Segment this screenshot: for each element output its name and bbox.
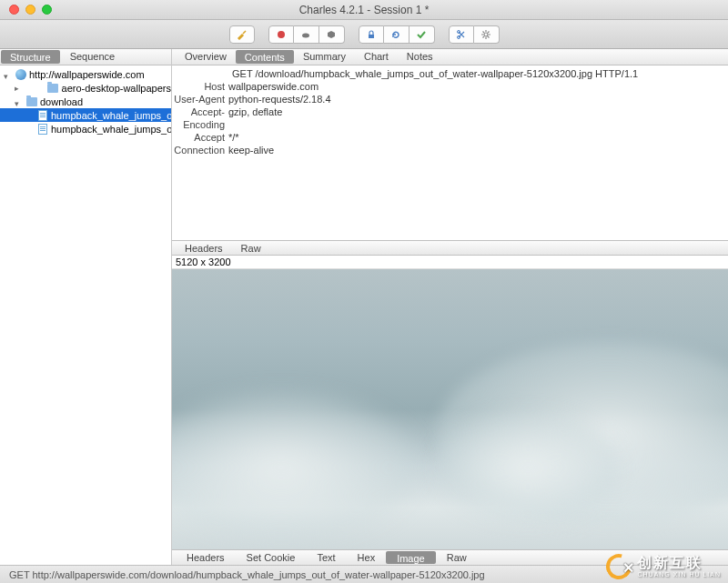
gear-icon	[480, 29, 491, 40]
header-key: User-Agent	[172, 93, 228, 106]
turtle-icon	[300, 29, 311, 40]
tree-item[interactable]: humpback_whale_jumps_out_of_wat	[0, 122, 171, 136]
titlebar: Charles 4.2.1 - Session 1 *	[0, 0, 728, 20]
check-icon	[416, 29, 427, 40]
file-icon	[36, 109, 48, 121]
subtab-image[interactable]: Image	[386, 551, 436, 564]
subtab-text[interactable]: Text	[306, 550, 346, 565]
cloud-decoration	[172, 395, 418, 540]
folder-icon	[47, 82, 59, 94]
close-window-button[interactable]	[9, 5, 19, 15]
tree: http://wallpaperswide.com aero-desktop-w…	[0, 65, 171, 136]
zoom-window-button[interactable]	[42, 5, 52, 15]
watermark: ✕ 创新互联 CHUANG XIN HU LIAN	[606, 554, 721, 579]
view-tabs: Overview Contents Summary Chart Notes	[172, 49, 728, 65]
svg-rect-3	[369, 35, 374, 38]
folder-icon	[25, 95, 37, 107]
record-button[interactable]	[268, 25, 294, 44]
broom-icon	[237, 29, 248, 40]
tab-contents[interactable]: Contents	[236, 50, 294, 64]
svg-point-6	[484, 33, 488, 36]
scissors-icon	[456, 29, 467, 40]
sidebar-tabs: Structure Sequence	[0, 49, 171, 65]
request-headers: GET /download/humpback_whale_jumps_out_o…	[172, 65, 728, 158]
tree-folder[interactable]: download	[0, 95, 171, 108]
header-key: Host	[172, 80, 228, 93]
tab-overview[interactable]: Overview	[176, 49, 236, 65]
tab-chart[interactable]: Chart	[355, 49, 398, 65]
watermark-logo-icon: ✕	[606, 554, 632, 579]
status-text: GET http://wallpaperswide.com/download/h…	[9, 569, 485, 580]
tools-button[interactable]	[449, 25, 474, 44]
header-key: Accept	[172, 131, 228, 144]
image-dimensions: 5120 x 3200	[172, 256, 728, 269]
header-key: Connection	[172, 144, 228, 156]
validate-button[interactable]	[410, 25, 435, 44]
subtab-raw[interactable]: Raw	[436, 550, 478, 565]
svg-marker-2	[328, 31, 335, 38]
header-value: keep-alive	[228, 144, 728, 156]
window-controls	[0, 5, 52, 15]
clear-button[interactable]	[229, 25, 255, 44]
hexagon-icon	[326, 29, 337, 40]
tree-item-selected[interactable]: humpback_whale_jumps_out_of_	[0, 108, 171, 122]
header-value: gzip, deflate	[228, 106, 728, 131]
minimize-window-button[interactable]	[25, 5, 35, 15]
file-icon	[36, 123, 48, 135]
svg-point-1	[302, 33, 309, 37]
lock-icon	[366, 29, 377, 40]
header-value: */*	[228, 131, 728, 144]
watermark-text-cn: 创新互联	[637, 555, 721, 571]
toolbar	[0, 20, 728, 49]
tab-notes[interactable]: Notes	[398, 49, 442, 65]
sidebar: Structure Sequence http://wallpaperswide…	[0, 49, 172, 565]
request-line: GET /download/humpback_whale_jumps_out_o…	[172, 67, 728, 80]
record-icon	[276, 29, 287, 40]
disclosure-icon[interactable]	[15, 84, 45, 92]
content-panel: Overview Contents Summary Chart Notes GE…	[172, 49, 728, 565]
disclosure-icon[interactable]	[4, 70, 12, 78]
header-value: python-requests/2.18.4	[228, 93, 728, 106]
settings-button[interactable]	[474, 25, 500, 44]
subtab-raw[interactable]: Raw	[232, 241, 270, 255]
ssl-button[interactable]	[359, 25, 384, 44]
globe-icon	[15, 68, 26, 80]
header-value: wallpaperswide.com	[228, 80, 728, 93]
refresh-icon	[390, 29, 401, 40]
subtab-hex[interactable]: Hex	[347, 550, 387, 565]
window-title: Charles 4.2.1 - Session 1 *	[0, 4, 728, 16]
breakpoints-button[interactable]	[319, 25, 345, 44]
tab-summary[interactable]: Summary	[294, 49, 355, 65]
header-key: Accept-Encoding	[172, 106, 228, 131]
tab-sequence[interactable]: Sequence	[61, 49, 125, 65]
throttle-button[interactable]	[294, 25, 319, 44]
repeat-button[interactable]	[384, 25, 410, 44]
request-sub-tabs: Headers Raw	[172, 240, 728, 256]
svg-point-0	[278, 31, 285, 38]
tree-folder[interactable]: aero-desktop-wallpapers	[0, 81, 171, 95]
tab-structure[interactable]: Structure	[1, 50, 60, 64]
subtab-set-cookie[interactable]: Set Cookie	[236, 550, 307, 565]
subtab-headers[interactable]: Headers	[176, 241, 232, 255]
watermark-text-en: CHUANG XIN HU LIAN	[637, 571, 721, 578]
subtab-headers[interactable]: Headers	[176, 550, 236, 565]
image-preview	[172, 269, 728, 549]
tree-host[interactable]: http://wallpaperswide.com	[0, 67, 171, 81]
cloud-decoration	[437, 413, 619, 522]
disclosure-icon[interactable]	[15, 97, 23, 106]
